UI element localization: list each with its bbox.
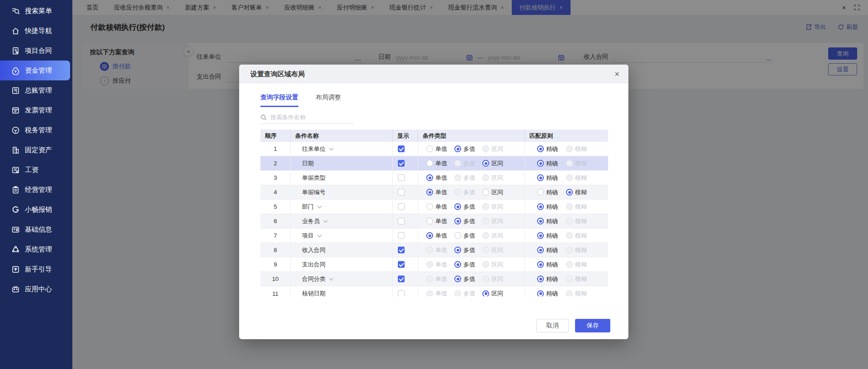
radio-label: 模糊 [575, 275, 587, 283]
chevron-down-icon[interactable] [329, 146, 334, 150]
save-button[interactable]: 保存 [575, 319, 610, 332]
radio-精确-on[interactable] [537, 290, 544, 297]
radio-精确-on[interactable] [537, 145, 544, 152]
condition-search-input[interactable] [270, 114, 343, 121]
table-row-业务员[interactable]: 6业务员单值多值区间精确模糊 [260, 214, 608, 229]
sidebar-item-发票管理[interactable]: 发票管理 [0, 100, 72, 120]
radio-多值-on[interactable] [454, 261, 461, 268]
radio-区间-disabled [482, 261, 489, 268]
radio-单值-off[interactable] [426, 145, 433, 152]
radio-label: 单值 [435, 246, 447, 254]
match-option-模糊: 模糊 [566, 145, 587, 153]
table-row-单据类型[interactable]: 3单据类型单值多值区间精确模糊 [260, 171, 608, 185]
radio-多值-off[interactable] [454, 232, 461, 239]
cell-match-rule: 精确模糊 [525, 156, 608, 170]
chevron-down-icon[interactable] [317, 204, 322, 208]
radio-单值-on[interactable] [426, 232, 433, 239]
sidebar-item-总账管理[interactable]: 总账管理 [0, 80, 72, 100]
modal-close-icon[interactable]: × [614, 70, 619, 78]
type-option-多值: 多值 [454, 159, 475, 168]
table-row-合同分类[interactable]: 10合同分类单值多值区间精确模糊 [260, 272, 608, 286]
chevron-down-icon[interactable] [323, 218, 328, 223]
show-checkbox[interactable] [398, 232, 405, 239]
row-order-number: 9 [274, 261, 277, 268]
radio-单值-on[interactable] [426, 174, 433, 181]
show-checkbox[interactable] [398, 247, 405, 253]
radio-多值-on[interactable] [454, 247, 461, 253]
cancel-button[interactable]: 取消 [536, 319, 569, 332]
sidebar-item-应用中心[interactable]: 应用中心 [0, 279, 72, 299]
radio-区间-on[interactable] [482, 290, 489, 297]
match-option-精确: 精确 [537, 188, 558, 196]
type-option-区间: 区间 [482, 275, 503, 283]
table-row-往来单位[interactable]: 1往来单位单值多值区间精确模糊 [260, 142, 608, 156]
table-row-支出合同[interactable]: 9支出合同单值多值区间精确模糊 [260, 257, 608, 272]
radio-精确-on[interactable] [537, 174, 544, 181]
sidebar-item-小畅报销[interactable]: 小畅报销 [0, 200, 72, 220]
sidebar-item-固定资产[interactable]: 固定资产 [0, 140, 72, 160]
sidebar-item-基础信息[interactable]: 基础信息 [0, 220, 72, 239]
radio-精确-on[interactable] [537, 218, 544, 224]
show-checkbox[interactable] [398, 160, 405, 167]
cell-show [393, 286, 418, 296]
sidebar-item-经营管理[interactable]: 经营管理 [0, 180, 72, 200]
radio-区间-on[interactable] [482, 160, 489, 167]
chevron-down-icon[interactable] [329, 276, 334, 280]
show-checkbox[interactable] [398, 261, 405, 268]
radio-label: 精确 [546, 217, 558, 225]
column-header-label: 显示 [397, 132, 409, 140]
radio-精确-on[interactable] [537, 232, 544, 239]
show-checkbox[interactable] [398, 290, 405, 297]
expense-icon [11, 205, 20, 214]
radio-精确-on[interactable] [537, 203, 544, 210]
table-row-收入合同[interactable]: 8收入合同单值多值区间精确模糊 [260, 243, 608, 257]
sidebar-item-新手引导[interactable]: 新手引导 [0, 259, 72, 279]
chevron-down-icon[interactable] [317, 233, 322, 237]
radio-精确-off[interactable] [537, 189, 544, 196]
radio-多值-on[interactable] [454, 145, 461, 152]
sidebar-item-项目合同[interactable]: 项目合同 [0, 41, 72, 61]
radio-label: 单值 [435, 159, 447, 168]
radio-单值-off[interactable] [426, 203, 433, 210]
radio-精确-on[interactable] [537, 247, 544, 253]
type-option-单值: 单值 [426, 188, 447, 196]
sidebar-item-系统管理[interactable]: 系统管理 [0, 239, 72, 259]
radio-精确-on[interactable] [537, 160, 544, 167]
sidebar-item-税务管理[interactable]: 税务管理 [0, 120, 72, 140]
match-option-模糊: 模糊 [566, 232, 587, 240]
radio-多值-on[interactable] [454, 218, 461, 224]
table-row-单据编号[interactable]: 4单据编号单值多值区间精确模糊 [260, 185, 608, 200]
radio-单值-off[interactable] [426, 218, 433, 224]
show-checkbox[interactable] [398, 218, 405, 224]
tab-query-field-settings[interactable]: 查询字段设置 [260, 93, 298, 107]
radio-label: 多值 [463, 246, 475, 254]
radio-label: 精确 [546, 275, 558, 283]
sidebar-item-资金管理[interactable]: 资金管理 [0, 61, 70, 80]
tab-layout-adjust[interactable]: 布局调整 [316, 93, 341, 107]
sidebar-item-工资[interactable]: 工资 [0, 160, 72, 180]
table-row-核销日期[interactable]: 11核销日期单值多值区间精确模糊 [260, 286, 608, 296]
table-row-部门[interactable]: 5部门单值多值区间精确模糊 [260, 200, 608, 214]
show-checkbox[interactable] [398, 174, 405, 181]
radio-单值-off[interactable] [426, 160, 433, 167]
cell-show [393, 171, 418, 185]
radio-label: 多值 [463, 203, 475, 211]
sidebar-item-快捷导航[interactable]: 快捷导航 [0, 21, 72, 41]
radio-多值-on[interactable] [454, 276, 461, 282]
radio-精确-on[interactable] [537, 276, 544, 282]
show-checkbox[interactable] [398, 276, 405, 282]
radio-多值-on[interactable] [454, 203, 461, 210]
cell-order: 3 [260, 171, 291, 185]
show-checkbox[interactable] [398, 203, 405, 210]
radio-label: 精确 [546, 232, 558, 240]
radio-精确-on[interactable] [537, 261, 544, 268]
table-row-日期[interactable]: 2日期单值多值区间精确模糊 [260, 156, 608, 171]
radio-模糊-on[interactable] [566, 189, 573, 196]
table-row-项目[interactable]: 7项目单值多值区间精确模糊 [260, 229, 608, 243]
type-option-单值: 单值 [426, 232, 447, 240]
show-checkbox[interactable] [398, 145, 405, 152]
sidebar-item-搜索菜单[interactable]: 搜索菜单 [0, 1, 72, 21]
show-checkbox[interactable] [398, 189, 405, 196]
radio-区间-off[interactable] [482, 189, 489, 196]
radio-单值-on[interactable] [426, 189, 433, 196]
